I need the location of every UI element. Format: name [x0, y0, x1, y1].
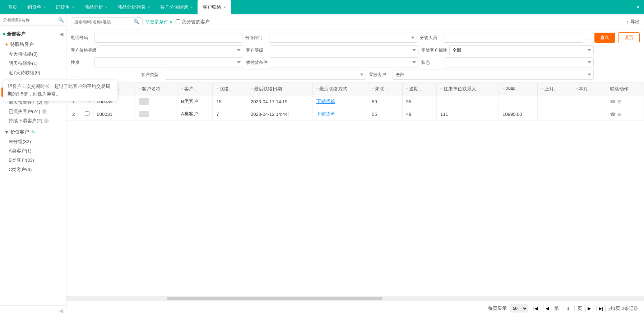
row-contact-count: 7 [213, 108, 247, 121]
close-icon[interactable]: × [105, 5, 107, 9]
row-last-contact-method: 下销货单 [312, 108, 368, 121]
sidebar-tree: ■ 全部客户 ◀ ▼ 待联络客户 今天待联络(0) 明天待联络(1) 近7天待联… [0, 26, 66, 305]
last-page-button[interactable]: ▶| [596, 305, 606, 312]
filter-customer-level: 客户等级 [246, 45, 418, 55]
first-page-button[interactable]: |◀ [531, 305, 540, 312]
sidebar-item-declining[interactable]: 持续下滑客户(2) ? [0, 116, 66, 126]
nav-purchase-order[interactable]: 进货单 × [51, 0, 79, 14]
contact-icon[interactable]: ☎ [610, 112, 616, 117]
th-last-month[interactable]: 上月... [538, 83, 572, 95]
per-page-select[interactable]: 50 100 200 [510, 305, 528, 312]
th-type[interactable]: 客户... [177, 83, 213, 95]
help-icon: ? [44, 118, 49, 123]
prev-page-button[interactable]: ◀ [543, 305, 551, 312]
search-icon[interactable]: 🔍 [134, 19, 139, 24]
window-close-button[interactable]: × [636, 4, 640, 10]
extended-filter: 电话号码 分管部门 分管人员 … 查询 设置 [66, 29, 644, 83]
export-button[interactable]: ↑ 导出 [627, 19, 640, 25]
retail-attr-select[interactable]: 全部 [449, 45, 594, 55]
nav-customer-contact[interactable]: 客户联络 × [198, 0, 231, 14]
setup-button[interactable]: 设置 [618, 32, 640, 43]
th-contact-count[interactable]: 联络... [213, 83, 247, 95]
row-last-contact-date: 2023-04-12 14:44: [247, 108, 312, 121]
close-icon[interactable]: × [148, 5, 150, 9]
page-number-input[interactable] [562, 305, 575, 312]
collapse-icon[interactable]: ◀ [60, 32, 63, 37]
sidebar-item-today-contact[interactable]: 今天待联络(0) [0, 49, 66, 59]
retail-customer-select[interactable]: 全部 [393, 70, 594, 80]
close-icon[interactable]: × [190, 5, 193, 9]
nav-home[interactable]: 首页 [3, 0, 22, 14]
action-buttons: 查询 设置 [594, 32, 640, 43]
th-contact-person[interactable]: 往来单位联系人 [437, 83, 499, 95]
next-page-button[interactable]: ▶ [585, 305, 593, 312]
th-last-contact-date[interactable]: 最后联络日期 [247, 83, 312, 95]
sidebar-search-input[interactable] [3, 18, 57, 23]
nav-sales-order[interactable]: 销货单 × [22, 0, 51, 14]
price-level-select[interactable] [99, 45, 243, 55]
th-name[interactable]: 客户名称 [135, 83, 177, 95]
edit-icon[interactable]: ✎ [31, 129, 35, 135]
sidebar-item-a-class[interactable]: A类客户(1) [0, 146, 66, 156]
nav-customer-tier[interactable]: 客户分层经营 × [155, 0, 198, 14]
status-select[interactable] [445, 57, 594, 67]
th-this-month[interactable]: 本月... [572, 83, 606, 95]
sidebar-item-churned[interactable]: 已流失客户(24) ? [0, 107, 66, 116]
horizontal-scrollbar[interactable] [66, 296, 644, 301]
sidebar-item-7days-contact[interactable]: 近7天待联络(0) [0, 68, 66, 77]
th-no-contact[interactable]: 未联... [368, 83, 402, 95]
sidebar-item-ungroup[interactable]: 未分组(32) [0, 137, 66, 146]
th-overdue[interactable]: 逾期... [402, 83, 436, 95]
sidebar-item-tomorrow-contact[interactable]: 明天待联络(1) [0, 59, 66, 68]
row-name [135, 108, 177, 121]
phone-input[interactable] [94, 33, 242, 43]
row-contact-person: 111 [437, 108, 499, 121]
more-conditions-button[interactable]: ▽ 更多条件 ∧ [145, 19, 173, 25]
more-dots-icon[interactable]: … [71, 71, 77, 78]
my-customers-check[interactable] [176, 19, 180, 24]
close-icon[interactable]: × [43, 5, 46, 9]
th-last-contact-method[interactable]: 最后联络方式 [312, 83, 368, 95]
search-input[interactable] [74, 19, 132, 24]
scrollbar-thumb[interactable] [167, 297, 383, 300]
manager-input[interactable] [444, 33, 583, 43]
row-select-checkbox[interactable] [85, 111, 89, 116]
nav-product-analysis[interactable]: 商品分析 × [79, 0, 112, 14]
close-icon[interactable]: × [72, 5, 74, 9]
filter-manager: 分管人员 … [420, 33, 592, 43]
th-year-amount[interactable]: 本年... [499, 83, 538, 95]
filter-bar: 🔍 ▽ 更多条件 ∧ 我分管的客户 ↑ 导出 [66, 14, 644, 29]
avatar [139, 98, 149, 105]
close-icon[interactable]: × [223, 5, 226, 9]
filter-status: 状态 [421, 57, 594, 67]
tree-root-all-customers[interactable]: ■ 全部客户 ◀ [0, 29, 66, 39]
tree-section-value-customer[interactable]: ▼ 价值客户 ✎ [0, 127, 66, 137]
dept-select[interactable] [269, 33, 417, 43]
sidebar-collapse-icon[interactable]: ◀ [59, 307, 63, 314]
customer-level-select[interactable] [270, 45, 418, 55]
nav-product-analysis-list[interactable]: 商品分析列表 × [112, 0, 155, 14]
action-icon-group: ☎ ⊞ [610, 99, 640, 104]
more-action-icon[interactable]: ⊞ [618, 112, 622, 117]
more-dots[interactable]: … [587, 35, 592, 41]
row-name [135, 95, 177, 108]
customer-type-select[interactable] [165, 70, 366, 80]
row-checkbox[interactable] [81, 108, 93, 121]
nature-select[interactable] [94, 57, 243, 67]
main-layout: 🔍 ■ 全部客户 ◀ ▼ 待联络客户 今天待联络(0) 明天待联络(1) 近7天… [0, 14, 644, 316]
search-box: 🔍 [71, 17, 143, 26]
tree-section-pending-contact[interactable]: ▼ 待联络客户 [0, 39, 66, 49]
arrow-icon: ▼ [4, 129, 9, 135]
query-button[interactable]: 查询 [594, 33, 615, 43]
row-contact-count: 15 [213, 95, 247, 108]
sidebar-item-b-class[interactable]: B类客户(33) [0, 156, 66, 165]
row-last-contact-method: 下销货单 [312, 95, 368, 108]
sidebar-search-box: 🔍 [0, 14, 66, 26]
payment-select[interactable] [270, 57, 418, 67]
search-icon[interactable]: 🔍 [58, 17, 64, 23]
more-action-icon[interactable]: ⊞ [618, 99, 622, 104]
sidebar-item-c-class[interactable]: C类客户(6) [0, 165, 66, 174]
sidebar: 🔍 ■ 全部客户 ◀ ▼ 待联络客户 今天待联络(0) 明天待联络(1) 近7天… [0, 14, 66, 316]
my-customers-checkbox[interactable]: 我分管的客户 [176, 19, 210, 25]
contact-icon[interactable]: ☎ [610, 99, 616, 104]
